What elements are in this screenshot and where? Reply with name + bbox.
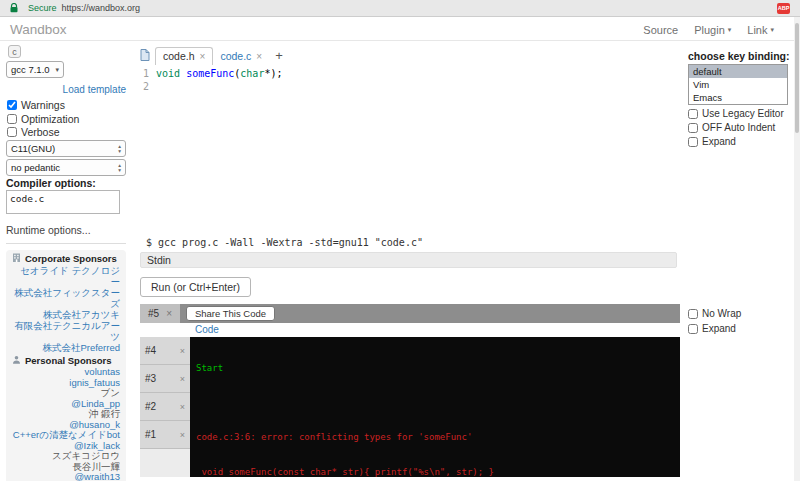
editor-tabbar: code.h × code.c × + <box>140 45 283 65</box>
result-tab[interactable]: #3× <box>140 365 190 393</box>
page-title: Wandbox <box>10 22 67 37</box>
personal-sponsors-title: Personal Sponsors <box>12 355 120 366</box>
code-editor[interactable]: 1 void someFunc(char*); 2 <box>140 65 680 232</box>
output-header-bar: #5 × Share This Code <box>140 304 680 323</box>
load-template-link[interactable]: Load template <box>6 84 126 95</box>
caret-down-icon: ▾ <box>770 26 774 34</box>
nav-plugin[interactable]: Plugin▾ <box>694 24 731 36</box>
console-line: code.c:3:6: error: conflicting types for… <box>196 432 674 444</box>
sponsor-link[interactable]: C++erの清楚なメイドbot <box>12 430 120 441</box>
sponsor-link[interactable]: セオライド テクノロジー <box>12 265 120 287</box>
close-icon[interactable]: × <box>166 308 172 319</box>
close-icon[interactable]: × <box>200 51 206 62</box>
keybinding-listbox[interactable]: default Vim Emacs <box>688 64 788 105</box>
optimization-checkbox[interactable] <box>7 114 17 124</box>
caret-down-icon: ▾ <box>728 26 732 34</box>
legacy-editor-row: Use Legacy Editor <box>688 108 784 119</box>
result-tab[interactable]: #1× <box>140 421 190 449</box>
console-line: Start <box>196 363 674 375</box>
app-header: Wandbox Source Plugin▾ Link▾ <box>0 18 800 41</box>
sponsor-name: ブン <box>12 388 120 399</box>
code-link[interactable]: Code <box>195 324 219 335</box>
keybinding-label: choose key binding: <box>688 50 790 62</box>
select-arrows-icon: ▴▾ <box>118 163 121 172</box>
no-wrap-checkbox[interactable] <box>688 309 698 319</box>
compiler-options-label: Compiler options: <box>6 177 96 189</box>
run-button[interactable]: Run (or Ctrl+Enter) <box>140 277 251 297</box>
select-arrows-icon: ▴▾ <box>118 144 121 153</box>
std-version-select[interactable]: C11(GNU) ▴▾ <box>6 140 126 157</box>
sponsor-link[interactable]: 株式会社アカツキ <box>12 309 120 320</box>
close-icon[interactable]: × <box>180 430 185 440</box>
building-icon <box>12 253 21 264</box>
auto-indent-row: OFF Auto Indent <box>688 122 775 133</box>
compiler-select[interactable]: gcc 7.1.0 ▾ <box>6 61 64 78</box>
warnings-checkbox[interactable] <box>7 100 17 110</box>
sponsor-name: 沖 鍛行 <box>12 409 120 420</box>
sponsor-link[interactable]: 株式会社フィックスターズ <box>12 287 120 309</box>
verbose-checkbox[interactable] <box>7 127 17 137</box>
padlock-icon <box>10 3 18 13</box>
tab-code-h[interactable]: code.h × <box>155 47 213 65</box>
output-expand-checkbox[interactable] <box>688 324 698 334</box>
keybinding-option-vim[interactable]: Vim <box>689 78 787 91</box>
page-scrollbar[interactable] <box>794 17 800 481</box>
file-icon <box>140 49 150 61</box>
code-line: 1 void someFunc(char*); <box>140 67 680 80</box>
close-icon[interactable]: × <box>180 402 185 412</box>
result-tab[interactable]: #4× <box>140 337 190 365</box>
sponsor-name: スズキコジロウ <box>12 451 120 462</box>
browser-chrome: Secure https://wandbox.org ABP <box>0 0 800 17</box>
console-output: Start code.c:3:6: error: conflicting typ… <box>190 337 680 477</box>
scrollbar-thumb[interactable] <box>795 23 799 133</box>
personal-sponsors-panel: Personal Sponsors voluntas ignis_fatuus … <box>6 352 126 481</box>
line-number: 1 <box>140 67 156 80</box>
tab-code-c[interactable]: code.c × <box>213 48 269 65</box>
secure-label: Secure <box>28 3 57 13</box>
sidebar-divider <box>6 243 126 244</box>
auto-indent-checkbox[interactable] <box>688 123 698 133</box>
sponsor-link[interactable]: voluntas <box>12 367 120 378</box>
result-tab-current[interactable]: #5 × <box>140 304 180 323</box>
code-line: 2 <box>140 80 680 93</box>
address-bar[interactable]: https://wandbox.org <box>62 3 141 13</box>
pedantic-select[interactable]: no pedantic ▴▾ <box>6 159 126 176</box>
close-icon[interactable]: × <box>256 51 262 62</box>
corporate-sponsors-title: Corporate Sponsors <box>12 253 120 264</box>
share-button[interactable]: Share This Code <box>186 306 275 321</box>
editor-expand-row: Expand <box>688 136 736 147</box>
no-wrap-row: No Wrap <box>688 308 741 319</box>
caret-down-icon: ▾ <box>55 66 59 74</box>
result-history: #4× #3× #2× #1× <box>140 337 190 477</box>
line-number: 2 <box>140 80 156 93</box>
language-badge: c <box>8 45 21 58</box>
sponsor-link[interactable]: 有限会社テクニカルアーツ <box>12 320 120 342</box>
editor-expand-checkbox[interactable] <box>688 137 698 147</box>
console-line: void someFunc(const char* str){ printf("… <box>196 467 674 478</box>
stdin-toggle[interactable]: Stdin <box>140 252 677 268</box>
compiler-options-input[interactable]: code.c <box>6 190 120 214</box>
compiler-sidebar: c gcc 7.1.0 ▾ Load template Warnings Opt… <box>6 45 126 481</box>
result-tab[interactable]: #2× <box>140 393 190 421</box>
add-tab-button[interactable]: + <box>275 48 283 63</box>
top-nav: Source Plugin▾ Link▾ <box>643 24 774 36</box>
keybinding-option-emacs[interactable]: Emacs <box>689 91 787 104</box>
compile-command: $ gcc prog.c -Wall -Wextra -std=gnu11 "c… <box>146 237 423 248</box>
runtime-options-link[interactable]: Runtime options... <box>6 224 91 236</box>
wandbox-page: Secure https://wandbox.org ABP Wandbox S… <box>0 0 800 481</box>
console-line <box>196 398 674 410</box>
legacy-editor-checkbox[interactable] <box>688 109 698 119</box>
nav-source[interactable]: Source <box>643 24 678 36</box>
output-expand-row: Expand <box>688 323 736 334</box>
person-icon <box>12 355 21 366</box>
close-icon[interactable]: × <box>180 346 185 356</box>
adblock-icon[interactable]: ABP <box>777 3 790 14</box>
code-link-row: Code <box>140 323 680 337</box>
close-icon[interactable]: × <box>180 374 185 384</box>
warnings-checkbox-row: Warnings <box>7 99 65 111</box>
sponsor-link[interactable]: @wraith13 <box>12 472 120 481</box>
nav-link[interactable]: Link▾ <box>747 24 774 36</box>
optimization-checkbox-row: Optimization <box>7 113 79 125</box>
keybinding-option-default[interactable]: default <box>689 65 787 78</box>
verbose-checkbox-row: Verbose <box>7 126 60 138</box>
